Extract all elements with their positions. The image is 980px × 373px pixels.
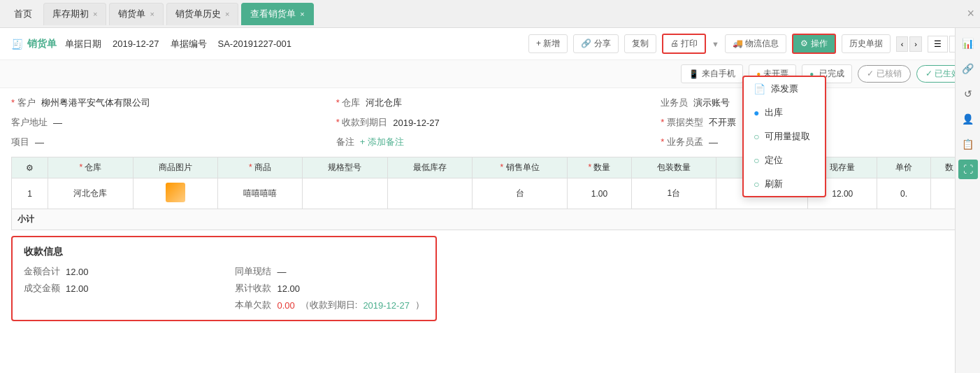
locate-label: 定位 (765, 154, 783, 167)
deal-value: 12.00 (66, 283, 89, 294)
ticket-type-value: 不开票 (709, 116, 736, 129)
dropdown-outbound[interactable]: ● 出库 (744, 101, 825, 125)
sub-toolbar: 📱 来自手机 未开票 已完成 ✓ 已核销 ✓ 已生效 (0, 60, 980, 88)
due-date-row: 收款到期日 2019-12-27 (336, 116, 644, 129)
sidebar-link-icon[interactable]: 🔗 (958, 59, 978, 78)
same-order-row: 同单现结 — (235, 265, 424, 278)
warehouse-label: 仓库 (336, 97, 361, 109)
add-note-btn[interactable]: + 添加备注 (360, 136, 404, 148)
customer-value: 柳州粤港平安气体有限公司 (41, 97, 150, 109)
doc-date-label: 单据日期 (65, 38, 101, 50)
project-value: — (35, 137, 44, 148)
owe-end: ） (415, 299, 424, 311)
project-label: 项目 (11, 136, 29, 148)
available-label: 可用量提取 (765, 130, 810, 143)
warehouse-value: 河北仓库 (366, 97, 402, 109)
form-area: 客户 柳州粤港平安气体有限公司 仓库 河北仓库 业务员 演示账号 客户地址 — … (0, 88, 980, 157)
outbound-label: 出库 (765, 106, 783, 119)
list-view-btn[interactable]: ☰ (928, 36, 948, 52)
sidebar-refresh-icon[interactable]: ↺ (958, 84, 978, 104)
tab-view-sales[interactable]: 查看销货单 × (241, 3, 313, 25)
doc-actions: + 新增 🔗 分享 复制 🖨 打印 ▼ 🚚 物流信息 ⚙ 操作 历史单据 ‹ ›… (528, 34, 969, 54)
add-invoice-label: 添发票 (771, 83, 798, 95)
table-wrapper: ⚙ * 仓库 商品图片 * 商品 规格型号 最低库存 * 销售单位 * 数量 包… (0, 157, 980, 230)
dropdown-add-invoice[interactable]: 📄 添发票 (744, 77, 825, 101)
product-thumbnail (166, 183, 185, 202)
tab-view-sales-label: 查看销货单 (250, 8, 296, 20)
payment-info: 收款信息 金额合计 12.00 成交金额 12.00 同单现结 — (11, 236, 437, 321)
print-button[interactable]: 🖨 打印 (662, 34, 706, 54)
tab-home[interactable]: 首页 (6, 3, 41, 25)
tab-bar: 首页 库存期初 × 销货单 × 销货单历史 × 查看销货单 × × (0, 0, 980, 28)
doc-header: 🧾 销货单 单据日期 2019-12-27 单据编号 SA-20191227-0… (0, 28, 980, 60)
cancel-status-btn[interactable]: ✓ 已核销 (858, 65, 910, 83)
doc-icon: 🧾 (11, 38, 23, 50)
col-settings[interactable]: ⚙ (12, 157, 48, 178)
col-spec: 规格型号 (303, 157, 387, 178)
sidebar-user-icon[interactable]: 👤 (958, 109, 978, 129)
next-arrow[interactable]: › (909, 36, 922, 52)
global-close[interactable]: × (967, 6, 974, 21)
sidebar-chart-icon[interactable]: 📊 (958, 34, 978, 53)
cumulative-row: 累计收款 12.00 (235, 282, 424, 295)
tab-inventory-close[interactable]: × (93, 10, 97, 18)
tab-sales-close[interactable]: × (150, 10, 154, 18)
logistics-button[interactable]: 🚚 物流信息 (725, 34, 786, 53)
phone-btn[interactable]: 📱 来自手机 (681, 64, 743, 83)
subtotal-row: 小计 (12, 209, 969, 230)
refresh-label: 刷新 (765, 178, 783, 190)
history-button[interactable]: 历史单据 (842, 34, 891, 53)
share-button[interactable]: 🔗 分享 (573, 34, 618, 53)
phone-icon: 📱 (689, 69, 699, 79)
row-product: 嘻嘻嘻嘻 (217, 178, 302, 209)
cumulative-value: 12.00 (277, 283, 300, 294)
col-warehouse: * 仓库 (48, 157, 133, 178)
cumulative-label: 累计收款 (235, 282, 271, 295)
tab-sales-history-close[interactable]: × (225, 10, 229, 18)
customer-label: 客户 (11, 97, 36, 109)
main-content: 🧾 销货单 单据日期 2019-12-27 单据编号 SA-20191227-0… (0, 28, 980, 373)
owe-row: 本单欠款 0.00 （收款到期日: 2019-12-27 ） (235, 299, 424, 311)
same-order-value: — (277, 267, 286, 277)
dropdown-refresh[interactable]: ○ 刷新 (744, 172, 825, 196)
doc-meta: 单据日期 2019-12-27 单据编号 SA-20191227-001 (65, 38, 291, 50)
tab-sales[interactable]: 销货单 × (109, 3, 163, 25)
dropdown-arrow[interactable]: ▼ (712, 40, 719, 48)
warehouse-row: 仓库 河北仓库 (336, 97, 644, 109)
sales-value: — (709, 137, 718, 148)
deal-label: 成交金额 (24, 282, 60, 295)
ticket-type-label: 票据类型 (661, 116, 703, 129)
prev-arrow[interactable]: ‹ (896, 36, 909, 52)
total-row: 金额合计 12.00 (24, 265, 212, 278)
operate-button[interactable]: ⚙ 操作 (792, 34, 835, 54)
sidebar-expand-icon[interactable]: ⛶ (958, 160, 978, 179)
dropdown-available[interactable]: ○ 可用量提取 (744, 125, 825, 148)
sidebar-doc-icon[interactable]: 📋 (958, 134, 978, 154)
payment-right-col: 同单现结 — 累计收款 12.00 本单欠款 0.00 （收款到期日: 2019… (235, 265, 424, 311)
dropdown-locate[interactable]: ○ 定位 (744, 148, 825, 172)
employee-value: 演示账号 (693, 97, 730, 109)
col-product: * 商品 (217, 157, 302, 178)
tab-inventory-label: 库存期初 (52, 8, 89, 20)
outbound-icon: ● (754, 107, 759, 118)
refresh-icon: ○ (754, 178, 759, 190)
tab-view-sales-close[interactable]: × (300, 10, 304, 18)
address-value: — (53, 118, 62, 128)
tab-inventory[interactable]: 库存期初 × (43, 3, 106, 25)
payment-title: 收款信息 (24, 246, 424, 258)
col-min-stock: 最低库存 (387, 157, 472, 178)
col-img: 商品图片 (133, 157, 217, 178)
doc-date-value: 2019-12-27 (113, 38, 159, 49)
address-label: 客户地址 (11, 116, 48, 129)
tab-home-label: 首页 (14, 8, 32, 20)
tab-sales-history[interactable]: 销货单历史 × (166, 3, 238, 25)
address-row: 客户地址 — (11, 116, 319, 129)
row-price: 0. (877, 178, 931, 209)
total-label: 金额合计 (24, 265, 60, 278)
copy-button[interactable]: 复制 (624, 34, 656, 53)
customer-row: 客户 柳州粤港平安气体有限公司 (11, 97, 319, 109)
doc-title: 🧾 销货单 (11, 38, 57, 50)
new-button[interactable]: + 新增 (528, 34, 568, 53)
invoice-icon: 📄 (754, 83, 765, 94)
doc-title-text: 销货单 (27, 38, 57, 50)
